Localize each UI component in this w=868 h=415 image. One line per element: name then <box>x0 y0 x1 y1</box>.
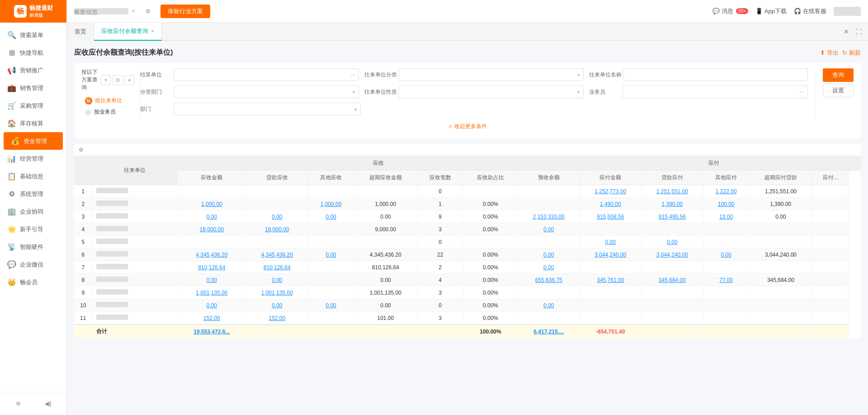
expand-scheme-btn[interactable]: « <box>124 75 134 85</box>
footer-settings-btn[interactable]: ⚙ <box>5 398 32 410</box>
refresh-btn[interactable]: ↻ 刷新 <box>842 49 861 57</box>
online-service-btn[interactable]: 🎧 在线客服 <box>794 7 826 15</box>
partner-scheme-label: 按往来单位 <box>95 97 122 105</box>
partner-category-select[interactable]: ▾ <box>399 68 583 81</box>
service-label: 在线客服 <box>803 7 826 15</box>
dept2-label: 部门 <box>140 105 172 113</box>
gear-btn[interactable]: ⚙ <box>141 4 155 19</box>
sidebar-label-finance: 资金管理 <box>24 137 47 145</box>
tabbar: 首页 应收应付余额查询 × ✕ ⛶ <box>67 23 868 41</box>
td-ar-loan <box>246 236 308 248</box>
tab-close-btn[interactable]: × <box>151 28 154 34</box>
footer-empty <box>74 324 92 339</box>
sidebar: 畅 畅捷通财 标准版 🔍 搜索菜单 ⊞ 快捷导航 📢 营销推广 💼 销售管理 🛒… <box>0 0 67 415</box>
messages-btn[interactable]: 💬 消息 99+ <box>712 7 748 15</box>
salesman-input[interactable]: ··· <box>623 86 808 98</box>
maximize-window-btn[interactable]: ⛶ <box>854 26 864 37</box>
sidebar-item-guide[interactable]: 🌟 新手引导 <box>0 220 66 238</box>
export-btn[interactable]: ⬆ 导出 <box>820 49 839 57</box>
chevron-down-icon4: ▾ <box>354 107 357 112</box>
td-ap-more <box>812 210 849 223</box>
enterprise-icon: 🏢 <box>7 207 16 216</box>
sidebar-item-inventory[interactable]: 🏠 库存核算 <box>0 114 66 132</box>
solution-btn[interactable]: 体验行业方案 <box>160 5 210 18</box>
sidebar-item-system[interactable]: ⚙ 系统管理 <box>0 185 66 203</box>
td-ar-count: 3 <box>417 286 463 299</box>
dept-select[interactable]: ▾ <box>174 86 359 98</box>
sidebar-item-sales[interactable]: 💼 销售管理 <box>0 79 66 97</box>
settings-button[interactable]: 设置 <box>823 84 854 97</box>
td-rownum: 3 <box>74 210 92 223</box>
table-row: 10 0.00 0.00 0.00 0.00 0 0.00% 0.00 <box>74 299 861 312</box>
partner-name-input[interactable] <box>623 68 808 81</box>
td-ar-ratio: 0.00% <box>463 299 518 312</box>
sidebar-item-search[interactable]: 🔍 搜索菜单 <box>0 26 66 44</box>
partner-name-label: 往来单位名称 <box>589 71 622 79</box>
td-ar-prepaid <box>518 286 580 299</box>
td-ap-loan <box>642 312 703 325</box>
sidebar-item-hardware[interactable]: 📡 智能硬件 <box>0 238 66 256</box>
td-ar-amount: 0.00 <box>177 299 246 312</box>
td-ar-overdue <box>354 185 417 198</box>
settlement-unit-label: 结算单位 <box>140 71 172 79</box>
edit-scheme-btn[interactable]: ⊙ <box>113 75 123 85</box>
table-settings-icon[interactable]: ⚙ <box>79 147 84 153</box>
sidebar-item-purchase[interactable]: 🛒 采购管理 <box>0 97 66 114</box>
sidebar-footer: ⚙ ◀‖ <box>0 392 66 415</box>
partner-scheme-icon: 畅 <box>85 97 92 105</box>
dept2-select[interactable]: ▾ <box>174 103 361 115</box>
td-ar-overdue: 9,000.00 <box>354 223 417 236</box>
table-wrapper: ⚙ 往来单位 应收 应付 应收金额 贷款应收 其他应收 超期应收金额 <box>74 144 861 339</box>
footer-ap-loan <box>642 324 703 339</box>
td-ap-amount: 1,490.00 <box>580 198 642 210</box>
sidebar-item-operation[interactable]: 📊 经营管理 <box>0 150 66 167</box>
td-ar-loan: 1,001,135.00 <box>246 286 308 299</box>
footer-ar-amount[interactable]: 19,553,472,6... <box>177 324 246 339</box>
td-rownum: 2 <box>74 198 92 210</box>
tab-ar-ap[interactable]: 应收应付余额查询 × <box>94 23 162 41</box>
scheme-by-partner[interactable]: 畅 按往来单位 <box>81 95 134 106</box>
sidebar-item-enterprise[interactable]: 🏢 企业协同 <box>0 203 66 220</box>
tab-home[interactable]: 首页 <box>67 23 94 41</box>
td-ar-amount: 810,126.64 <box>177 261 246 274</box>
td-ap-more <box>812 185 849 198</box>
filter-row-2: 分管部门 ▾ 往来单位性质 ▾ <box>140 86 808 98</box>
settlement-unit-input[interactable]: ··· <box>174 68 359 81</box>
td-ar-prepaid <box>518 312 580 325</box>
collapse-bar[interactable]: ∧ 收起更多条件 <box>81 120 854 133</box>
add-scheme-btn[interactable]: + <box>101 75 111 85</box>
td-ap-other: 1,222.00 <box>703 185 749 198</box>
logo-name: 畅捷通财 <box>29 4 53 12</box>
td-ar-amount: 18,000.00 <box>177 223 246 236</box>
td-ar-prepaid <box>518 236 580 248</box>
purchase-icon: 🛒 <box>7 101 16 110</box>
close-window-btn[interactable]: ✕ <box>841 26 852 37</box>
footer-ar-prepaid[interactable]: 6,417,215.... <box>518 324 580 339</box>
inventory-icon: 🏠 <box>7 119 16 128</box>
app-download-btn[interactable]: 📱 App下载 <box>755 7 787 15</box>
footer-ar-other <box>308 324 354 339</box>
td-partner <box>92 299 177 312</box>
tab-ar-ap-label: 应收应付余额查询 <box>101 27 148 35</box>
td-ap-more <box>812 198 849 210</box>
footer-collapse-btn[interactable]: ◀‖ <box>35 398 61 410</box>
td-ar-ratio: 0.00% <box>463 261 518 274</box>
footer-label: 合计 <box>92 324 177 339</box>
query-button[interactable]: 查询 <box>823 68 854 82</box>
th-ar-group: 应收 <box>177 156 580 171</box>
sidebar-item-wechat[interactable]: 💬 企业微信 <box>0 256 66 273</box>
th-rownum <box>74 156 92 185</box>
partner-nature-select[interactable]: ▾ <box>399 86 583 98</box>
sidebar-item-marketing[interactable]: 📢 营销推广 <box>0 62 66 79</box>
field-partner-category: 往来单位分类 ▾ <box>364 68 583 81</box>
user-area[interactable] <box>834 7 861 16</box>
td-ap-more <box>812 312 849 325</box>
scheme-by-salesman[interactable]: ○ 按业务员 <box>81 106 134 118</box>
sidebar-item-nav[interactable]: ⊞ 快捷导航 <box>0 44 66 62</box>
footer-ap-other <box>703 324 749 339</box>
sidebar-item-member[interactable]: 👑 畅会员 <box>0 273 66 291</box>
sidebar-item-basic[interactable]: 📋 基础信息 <box>0 167 66 185</box>
sidebar-item-finance[interactable]: 💰 资金管理 <box>4 132 63 150</box>
sidebar-label-search: 搜索菜单 <box>20 31 43 39</box>
filter-row-1: 结算单位 ··· 往来单位分类 ▾ 往来单位名称 <box>140 68 808 81</box>
